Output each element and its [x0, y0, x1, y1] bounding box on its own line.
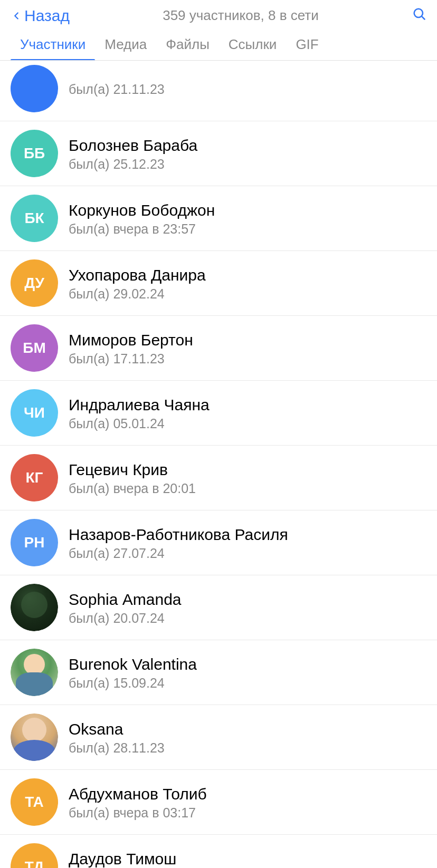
- member-info: Sophia Amanda был(а) 20.07.24: [69, 589, 426, 626]
- member-status: был(а) 05.01.24: [69, 416, 426, 431]
- list-item[interactable]: БК Коркунов Бободжон был(а) вчера в 23:5…: [0, 186, 437, 251]
- avatar: КГ: [11, 454, 58, 501]
- member-name: Болознев Бараба: [69, 135, 426, 156]
- header: Назад 359 участников, 8 в сети: [0, 0, 437, 29]
- list-item[interactable]: КГ Гецевич Крив был(а) вчера в 20:01: [0, 446, 437, 510]
- member-name: Абдухманов Толиб: [69, 784, 426, 804]
- member-info: Абдухманов Толиб был(а) вчера в 03:17: [69, 784, 426, 821]
- avatar: БК: [11, 195, 58, 242]
- list-item[interactable]: РН Назаров-Работникова Расиля был(а) 27.…: [0, 510, 437, 575]
- member-name: Sophia Amanda: [69, 589, 426, 610]
- member-name: Oksana: [69, 719, 426, 739]
- list-item[interactable]: ЧИ Индралиева Чаяна был(а) 05.01.24: [0, 381, 437, 446]
- list-item[interactable]: ДУ Ухопарова Данира был(а) 29.02.24: [0, 251, 437, 316]
- member-status: был(а) 27.07.24: [69, 546, 426, 561]
- member-name: Даудов Тимош: [69, 848, 426, 868]
- member-info: Ухопарова Данира был(а) 29.02.24: [69, 265, 426, 302]
- member-status: был(а) 17.11.23: [69, 351, 426, 367]
- tab-links[interactable]: Ссылки: [219, 29, 287, 60]
- avatar: БМ: [11, 324, 58, 372]
- svg-line-1: [422, 16, 424, 19]
- tab-media[interactable]: Медиа: [95, 29, 156, 60]
- member-info: Индралиева Чаяна был(а) 05.01.24: [69, 394, 426, 431]
- member-name: Миморов Бертон: [69, 330, 426, 350]
- member-info: Oksana был(а) 28.11.23: [69, 719, 426, 756]
- tab-gif[interactable]: GIF: [286, 29, 328, 60]
- member-info: был(а) 21.11.23: [69, 81, 426, 97]
- member-status: был(а) 25.12.23: [69, 157, 426, 172]
- member-info: Коркунов Бободжон был(а) вчера в 23:57: [69, 200, 426, 237]
- member-name: Гецевич Крив: [69, 459, 426, 480]
- member-list: был(а) 21.11.23 ББ Болознев Бараба был(а…: [0, 61, 437, 868]
- search-icon[interactable]: [412, 6, 426, 25]
- member-info: Болознев Бараба был(а) 25.12.23: [69, 135, 426, 172]
- avatar: [11, 649, 58, 696]
- member-status: был(а) 15.09.24: [69, 676, 426, 691]
- member-name: Назаров-Работникова Расиля: [69, 524, 426, 545]
- member-info: Даудов Тимош был(а) 4 часа назад: [69, 848, 426, 868]
- member-status: был(а) вчера в 03:17: [69, 805, 426, 821]
- tab-files[interactable]: Файлы: [156, 29, 219, 60]
- member-info: Назаров-Работникова Расиля был(а) 27.07.…: [69, 524, 426, 561]
- list-item[interactable]: Burenok Valentina был(а) 15.09.24: [0, 640, 437, 705]
- list-item[interactable]: ТА Абдухманов Толиб был(а) вчера в 03:17: [0, 770, 437, 835]
- member-status: был(а) вчера в 23:57: [69, 221, 426, 237]
- member-status: был(а) 20.07.24: [69, 611, 426, 626]
- list-item[interactable]: ББ Болознев Бараба был(а) 25.12.23: [0, 121, 437, 186]
- avatar: ДУ: [11, 259, 58, 307]
- avatar: [11, 713, 58, 761]
- avatar: ТА: [11, 778, 58, 826]
- member-status: был(а) 29.02.24: [69, 286, 426, 302]
- member-info: Миморов Бертон был(а) 17.11.23: [69, 330, 426, 367]
- member-status: был(а) 28.11.23: [69, 740, 426, 756]
- member-name: Коркунов Бободжон: [69, 200, 426, 220]
- list-item[interactable]: был(а) 21.11.23: [0, 61, 437, 121]
- list-item[interactable]: БМ Миморов Бертон был(а) 17.11.23: [0, 316, 437, 381]
- header-subtitle: 359 участников, 8 в сети: [163, 7, 319, 24]
- member-info: Burenok Valentina был(а) 15.09.24: [69, 654, 426, 691]
- avatar: [11, 584, 58, 631]
- avatar: [11, 65, 58, 112]
- list-item[interactable]: Oksana был(а) 28.11.23: [0, 705, 437, 770]
- list-item[interactable]: ТД Даудов Тимош был(а) 4 часа назад: [0, 835, 437, 868]
- member-name: Индралиева Чаяна: [69, 394, 426, 415]
- avatar: ББ: [11, 130, 58, 177]
- member-name: Ухопарова Данира: [69, 265, 426, 285]
- member-info: Гецевич Крив был(а) вчера в 20:01: [69, 459, 426, 496]
- avatar: ТД: [11, 843, 58, 868]
- back-button[interactable]: Назад: [11, 7, 70, 25]
- avatar: ЧИ: [11, 389, 58, 437]
- tab-members[interactable]: Участники: [11, 29, 95, 60]
- list-item[interactable]: Sophia Amanda был(а) 20.07.24: [0, 575, 437, 640]
- tabs-bar: Участники Медиа Файлы Ссылки GIF: [0, 29, 437, 61]
- avatar: РН: [11, 519, 58, 566]
- member-status: был(а) 21.11.23: [69, 82, 426, 97]
- member-status: был(а) вчера в 20:01: [69, 481, 426, 496]
- member-name: Burenok Valentina: [69, 654, 426, 674]
- back-label: Назад: [24, 7, 70, 25]
